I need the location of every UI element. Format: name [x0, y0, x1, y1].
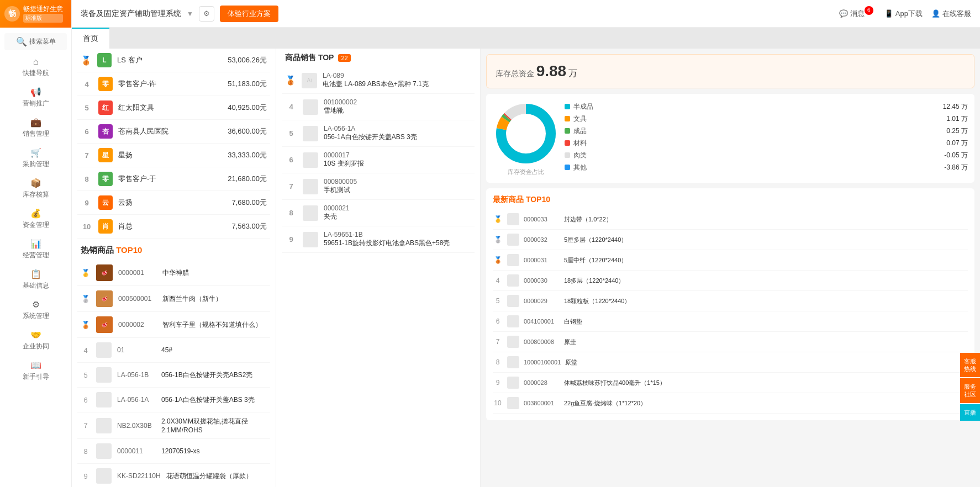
chart-section: 库存资金占比 半成品 12.45 万 文具 1.01 万: [486, 94, 974, 183]
customer-name: 星扬: [118, 150, 222, 160]
product-placeholder: [303, 205, 318, 221]
system-name: 装备及固定资产辅助管理系统: [81, 9, 181, 19]
tab-home[interactable]: 首页: [72, 28, 109, 49]
sidebar-item-inventory[interactable]: 📦 库存核算: [0, 173, 71, 204]
latest-name: 白钢垫: [564, 317, 968, 326]
rank-number: 5: [81, 104, 93, 112]
rank-item-8: 8 零 零售客户-于 21,680.00元: [77, 167, 270, 191]
latest-item-6: 6 004100001 白钢垫: [493, 311, 968, 332]
product-rank: 8: [81, 447, 91, 456]
latest-code: 003800001: [524, 400, 560, 406]
product-name: 花语萌恒温分罐罐袋（厚款）: [166, 472, 267, 481]
product-image: 🥩: [96, 264, 113, 281]
center-item-4: 4 001000002 雪地靴: [282, 94, 475, 120]
product-rank: 🥉: [81, 321, 91, 329]
chart-container: 库存资金占比 半成品 12.45 万 文具 1.01 万: [493, 100, 968, 176]
rank-number: 4: [285, 103, 297, 111]
legend-item-4: 肉类 -0.05 万: [565, 151, 968, 160]
right-panel: 库存总资金 9.88 万: [481, 49, 980, 487]
sidebar-item-sales[interactable]: 💼 销售管理: [0, 113, 71, 143]
sidebar-item-guide[interactable]: 📖 新手引导: [0, 356, 71, 386]
rank-number: 7: [81, 151, 93, 160]
hot-products-title: 热销商品 TOP10: [72, 239, 276, 260]
rank-number: 8: [285, 209, 297, 217]
legend-item-3: 材料 0.07 万: [565, 139, 968, 148]
float-btn-live[interactable]: 直播: [960, 404, 980, 421]
left-panel: 🥉 L LS 客户 53,006.26元 4 零 零售客户-许 51,183.0…: [72, 49, 276, 487]
sidebar-item-base[interactable]: 📋 基础信息: [0, 264, 71, 295]
sidebar-item-purchase[interactable]: 🛒 采购管理: [0, 143, 71, 173]
rank-item-3: 🥉 L LS 客户 53,006.26元: [77, 49, 270, 72]
product-placeholder: [303, 126, 318, 141]
hot-products-list: 🥇 🥩 0000001 中华神腊 🥈 🥩 000500001 新西兰牛肉（新牛）…: [72, 260, 276, 487]
latest-code: 0000028: [524, 379, 560, 386]
product-name: 056-1A白色按键开关盖ABS 3壳: [161, 395, 267, 405]
product-item-1: 🥇 🥩 0000001 中华神腊: [77, 260, 270, 286]
rank-number: 6: [285, 156, 297, 164]
sidebar-item-system[interactable]: ⚙ 系统管理: [0, 295, 71, 325]
legend-label: 材料: [573, 139, 943, 148]
legend-value: -0.05 万: [944, 151, 968, 160]
sidebar-corp-label: 企业协同: [23, 342, 49, 351]
center-item-7: 7 000800005 手机测试: [282, 173, 475, 200]
customer-avatar: L: [97, 53, 112, 67]
rank-item-4: 4 零 零售客户-许 51,183.00元: [77, 72, 270, 96]
notification-button[interactable]: 💬 消息 6: [839, 9, 876, 19]
product-item-3: 🥉 🥩 0000002 智利车子里（规格不知道填什么）: [77, 312, 270, 338]
sidebar-item-finance[interactable]: 💰 资金管理: [0, 204, 71, 234]
product-placeholder: [96, 468, 112, 484]
latest-name: 原圭: [564, 338, 968, 346]
mobile-icon: 📱: [884, 9, 893, 18]
latest-name: 18多层（1220*2440）: [564, 277, 968, 285]
sidebar-item-quicknav[interactable]: ⌂ 快捷导航: [0, 52, 71, 82]
latest-placeholder: [507, 336, 519, 348]
logo-title: 畅捷通好生意: [23, 5, 63, 14]
latest-placeholder: [507, 377, 519, 389]
legend-label: 文具: [573, 114, 943, 124]
rank-number: 10: [81, 223, 93, 231]
product-rank: 7: [81, 421, 91, 430]
app-download-button[interactable]: 📱 App下载: [884, 9, 923, 19]
latest-code: 10000100001: [524, 359, 561, 366]
customer-name: 肖总: [118, 221, 226, 231]
legend-label: 半成品: [573, 102, 940, 112]
online-service-button[interactable]: 👤 在线客服: [931, 9, 971, 19]
latest-products-title: 最新商品 TOP10: [493, 195, 968, 205]
product-code: LA-056-1A: [117, 396, 156, 404]
product-placeholder: [96, 418, 112, 433]
product-item-5: 5 LA-056-1B 056-1B白色按键开关壳ABS2壳: [77, 363, 270, 388]
legend-value: 12.45 万: [943, 102, 968, 112]
legend-color-dot: [565, 116, 570, 121]
sidebar-item-marketing[interactable]: 📢 营销推广: [0, 82, 71, 113]
float-btn-community[interactable]: 服务社区: [960, 378, 980, 403]
rank-item-7: 7 星 星扬 33,333.00元: [77, 144, 270, 167]
rank-number: 9: [81, 199, 93, 207]
legend-value: 1.01 万: [946, 114, 968, 124]
customer-name: 红太阳文具: [118, 103, 222, 113]
latest-rank: 7: [493, 338, 503, 346]
inventory-total-label: 库存总资金: [496, 69, 534, 79]
trial-button[interactable]: 体验行业方案: [220, 6, 278, 22]
settings-button[interactable]: ⚙: [199, 6, 214, 22]
sidebar-item-operation[interactable]: 📊 经营管理: [0, 234, 71, 264]
float-btn-service[interactable]: 客服热线: [960, 353, 980, 378]
notification-label: 消息: [850, 9, 865, 19]
customer-avatar: 云: [98, 195, 113, 210]
customer-name: 零售客户-许: [118, 79, 222, 89]
center-item-5: 5 LA-056-1A 056-1A白色按键开关盖ABS 3壳: [282, 120, 475, 147]
sidebar-nav: 🔍 搜索菜单 ⌂ 快捷导航 📢 营销推广 💼 销售管理 🛒 采购管理 📦 库存核…: [0, 28, 71, 487]
sidebar-purchase-label: 采购管理: [23, 160, 49, 169]
sidebar-quicknav-label: 快捷导航: [23, 68, 49, 78]
sidebar-item-search[interactable]: 🔍 搜索菜单: [4, 33, 67, 50]
finance-icon: 💰: [30, 208, 41, 219]
latest-rank: 🥇: [493, 215, 503, 223]
sidebar-item-corp[interactable]: 🤝 企业协同: [0, 325, 71, 356]
sidebar: 畅 畅捷通好生意 标准版 🔍 搜索菜单 ⌂ 快捷导航 📢 营销推广 💼 销售管理…: [0, 0, 72, 487]
legend-value: 0.25 万: [946, 126, 968, 136]
sales-icon: 💼: [30, 117, 41, 128]
rank-number: 5: [285, 129, 297, 137]
legend-color-dot: [565, 128, 570, 134]
latest-products-list: 🥇 0000033 封边带（1.0*22） 🥈 0000032 5厘多层（122…: [493, 209, 968, 414]
product-rank: 6: [81, 396, 91, 404]
guide-icon: 📖: [30, 360, 41, 370]
